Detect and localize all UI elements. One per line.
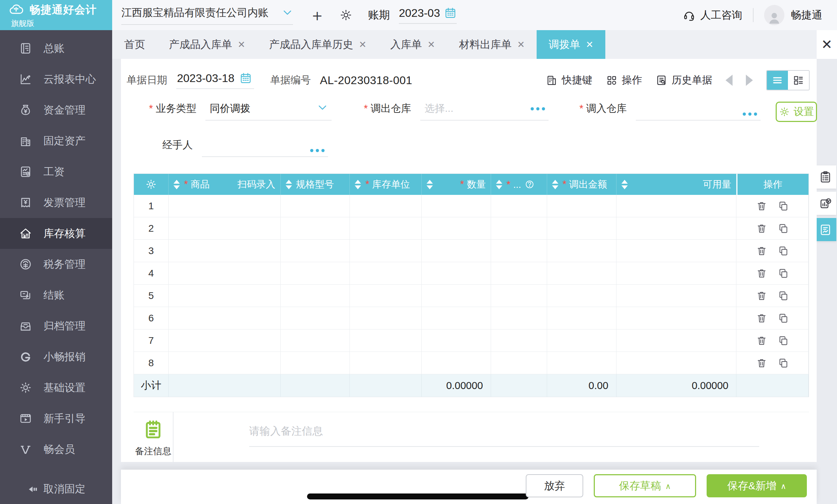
delete-row-trash-icon[interactable]	[756, 290, 767, 301]
tab-入库单[interactable]: 入库单✕	[379, 30, 447, 59]
close-all-tabs-button[interactable]: ✕	[817, 30, 837, 59]
cell-库存单位[interactable]	[350, 329, 422, 352]
ellipsis-picker-icon[interactable]	[743, 113, 757, 116]
sidebar-item-invoice[interactable]: 发票管理	[0, 187, 112, 218]
sidebar-item-guide[interactable]: 新手引导	[0, 403, 112, 434]
settings-button[interactable]: 设置	[776, 102, 817, 122]
cell-数量[interactable]	[422, 240, 491, 262]
tab-close-icon[interactable]: ✕	[517, 40, 525, 49]
cell-商品[interactable]	[169, 307, 281, 329]
handler-picker[interactable]	[202, 149, 328, 157]
shortcut-keys-button[interactable]: 快捷键	[546, 73, 592, 87]
sidebar-item-archive[interactable]: 归档管理	[0, 311, 112, 341]
support-button[interactable]: 人工咨询	[683, 8, 742, 22]
user-name[interactable]: 畅捷通	[791, 8, 822, 22]
cell-调出金额[interactable]	[547, 285, 617, 307]
save-draft-button[interactable]: 保存草稿 ∧	[594, 474, 696, 497]
sort-arrows-icon[interactable]	[173, 180, 180, 189]
cell-可用量[interactable]	[617, 240, 737, 262]
cell-数量[interactable]	[422, 307, 491, 329]
cell-数量[interactable]	[422, 329, 491, 352]
delete-row-trash-icon[interactable]	[756, 313, 767, 324]
actions-menu-button[interactable]: 操作	[606, 73, 642, 87]
report-check-panel-button[interactable]	[815, 192, 836, 215]
sort-arrows-icon[interactable]	[355, 180, 361, 189]
delete-row-trash-icon[interactable]	[756, 357, 767, 369]
cell-规格型号[interactable]	[281, 217, 350, 240]
ellipsis-picker-icon[interactable]	[310, 149, 325, 152]
copy-row-icon[interactable]	[778, 313, 789, 324]
next-voucher-arrow[interactable]	[746, 75, 753, 86]
add-account-button[interactable]: ＋	[309, 7, 325, 23]
cell-可用量[interactable]	[617, 195, 737, 217]
cell-商品[interactable]	[169, 240, 281, 262]
cell-规格型号[interactable]	[281, 307, 350, 329]
sidebar-item-member[interactable]: 畅会员	[0, 434, 112, 465]
cell-可用量[interactable]	[617, 217, 737, 240]
cell-...[interactable]	[491, 262, 547, 285]
tab-close-icon[interactable]: ✕	[359, 40, 367, 49]
cell-规格型号[interactable]	[281, 240, 350, 262]
cell-调出金额[interactable]	[547, 217, 617, 240]
cell-规格型号[interactable]	[281, 285, 350, 307]
sort-arrows-icon[interactable]	[552, 180, 558, 189]
column-settings-gear-icon[interactable]	[145, 178, 157, 190]
copy-row-icon[interactable]	[778, 290, 789, 301]
business-type-select[interactable]: 同价调拨	[205, 102, 332, 121]
history-vouchers-button[interactable]: 历史单据	[655, 73, 712, 87]
cell-调出金额[interactable]	[547, 307, 617, 329]
account-settings-gear-icon[interactable]	[339, 8, 353, 22]
sidebar-item-tax[interactable]: 税务管理	[0, 249, 112, 280]
sidebar-item-inventory[interactable]: 库存核算	[0, 218, 112, 249]
tab-材料出库单[interactable]: 材料出库单✕	[447, 30, 537, 59]
cell-调出金额[interactable]	[547, 240, 617, 262]
cell-库存单位[interactable]	[350, 262, 422, 285]
scan-entry-button[interactable]: 扫码录入	[238, 178, 275, 191]
tab-调拨单[interactable]: 调拨单✕	[537, 30, 605, 59]
cell-可用量[interactable]	[617, 352, 737, 374]
copy-row-icon[interactable]	[778, 200, 789, 212]
list-view-toggle[interactable]	[767, 71, 788, 90]
tab-产成品入库单[interactable]: 产成品入库单✕	[157, 30, 257, 59]
copy-row-icon[interactable]	[778, 357, 789, 369]
delete-row-trash-icon[interactable]	[756, 268, 767, 279]
cell-规格型号[interactable]	[281, 262, 350, 285]
cell-...[interactable]	[491, 285, 547, 307]
sidebar-item-salary[interactable]: 工资	[0, 156, 112, 187]
cell-调出金额[interactable]	[547, 352, 617, 374]
tab-close-icon[interactable]: ✕	[238, 40, 245, 49]
out-warehouse-picker[interactable]: 选择...	[420, 102, 549, 121]
cell-商品[interactable]	[169, 195, 281, 217]
discard-button[interactable]: 放弃	[526, 474, 583, 497]
delete-row-trash-icon[interactable]	[756, 200, 767, 212]
brand-header[interactable]: 畅捷通好会计 旗舰版	[0, 0, 112, 30]
help-question-icon[interactable]	[525, 179, 535, 189]
sidebar-item-gear[interactable]: 基础设置	[0, 372, 112, 403]
tab-close-icon[interactable]: ✕	[428, 40, 435, 49]
sidebar-item-chart[interactable]: 云报表中心	[0, 64, 112, 95]
sidebar-item-funds[interactable]: 资金管理	[0, 95, 112, 125]
prev-voucher-arrow[interactable]	[726, 75, 733, 86]
cell-可用量[interactable]	[617, 307, 737, 329]
cell-库存单位[interactable]	[350, 307, 422, 329]
period-selector[interactable]: 2023-03	[399, 7, 457, 24]
cell-规格型号[interactable]	[281, 352, 350, 374]
cell-商品[interactable]	[169, 329, 281, 352]
sort-arrows-icon[interactable]	[621, 180, 628, 189]
cell-可用量[interactable]	[617, 329, 737, 352]
cell-数量[interactable]	[422, 195, 491, 217]
tab-产成品入库单历史[interactable]: 产成品入库单历史✕	[257, 30, 379, 59]
cell-数量[interactable]	[422, 217, 491, 240]
cell-库存单位[interactable]	[350, 352, 422, 374]
cell-...[interactable]	[491, 240, 547, 262]
cell-商品[interactable]	[169, 262, 281, 285]
tab-home[interactable]: 首页	[112, 30, 157, 59]
cell-商品[interactable]	[169, 217, 281, 240]
cell-商品[interactable]	[169, 285, 281, 307]
cell-规格型号[interactable]	[281, 195, 350, 217]
delete-row-trash-icon[interactable]	[756, 245, 767, 257]
cell-调出金额[interactable]	[547, 329, 617, 352]
cell-库存单位[interactable]	[350, 217, 422, 240]
cell-可用量[interactable]	[617, 262, 737, 285]
cell-可用量[interactable]	[617, 285, 737, 307]
